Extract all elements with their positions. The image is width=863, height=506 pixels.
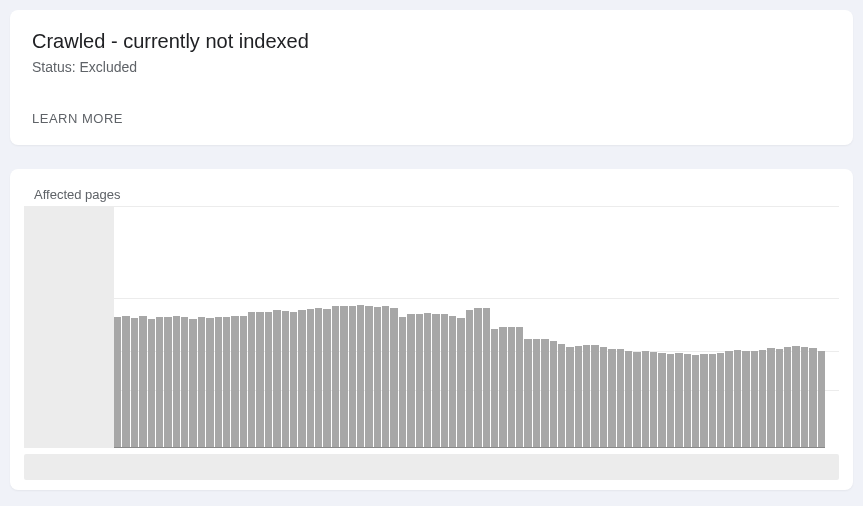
chart-bar[interactable] bbox=[449, 316, 456, 447]
chart-bar[interactable] bbox=[173, 316, 180, 447]
chart-bar[interactable] bbox=[650, 352, 657, 447]
chart-bar[interactable] bbox=[600, 347, 607, 447]
chart-bar[interactable] bbox=[114, 317, 121, 447]
chart-bar[interactable] bbox=[181, 317, 188, 447]
status-value: Excluded bbox=[79, 59, 137, 75]
chart-bar[interactable] bbox=[792, 346, 799, 447]
chart-bar[interactable] bbox=[776, 349, 783, 447]
chart-bar[interactable] bbox=[818, 351, 825, 447]
chart-bar[interactable] bbox=[298, 310, 305, 447]
chart-bar[interactable] bbox=[215, 317, 222, 447]
chart-bar[interactable] bbox=[524, 339, 531, 447]
chart-bar[interactable] bbox=[466, 310, 473, 447]
chart-bar[interactable] bbox=[583, 345, 590, 447]
chart-bar[interactable] bbox=[256, 312, 263, 447]
chart-bar[interactable] bbox=[332, 306, 339, 447]
chart-bar[interactable] bbox=[474, 308, 481, 447]
status-line: Status: Excluded bbox=[32, 59, 831, 75]
chart-bar[interactable] bbox=[516, 327, 523, 447]
chart-bar[interactable] bbox=[131, 318, 138, 447]
chart-bar[interactable] bbox=[156, 317, 163, 447]
chart-bar[interactable] bbox=[541, 339, 548, 447]
chart-bar[interactable] bbox=[457, 318, 464, 447]
chart-bar[interactable] bbox=[441, 314, 448, 447]
chart-bar[interactable] bbox=[558, 344, 565, 447]
chart-bar[interactable] bbox=[432, 314, 439, 447]
chart-bar[interactable] bbox=[734, 350, 741, 447]
chart-bar[interactable] bbox=[273, 310, 280, 447]
chart-bar[interactable] bbox=[282, 311, 289, 447]
chart-bar[interactable] bbox=[248, 312, 255, 447]
chart-bar[interactable] bbox=[399, 317, 406, 447]
chart-bar[interactable] bbox=[231, 316, 238, 447]
chart-bar[interactable] bbox=[591, 345, 598, 447]
chart-bar[interactable] bbox=[759, 350, 766, 447]
chart-bar[interactable] bbox=[382, 306, 389, 447]
affected-pages-chart-card: Affected pages bbox=[10, 169, 853, 490]
chart-bar[interactable] bbox=[223, 317, 230, 447]
chart-bar[interactable] bbox=[483, 308, 490, 447]
chart-bar[interactable] bbox=[240, 316, 247, 447]
chart-bar[interactable] bbox=[491, 329, 498, 447]
chart-bar[interactable] bbox=[801, 347, 808, 447]
chart-bar[interactable] bbox=[189, 319, 196, 447]
status-header-card: Crawled - currently not indexed Status: … bbox=[10, 10, 853, 145]
chart-bar[interactable] bbox=[575, 346, 582, 447]
chart-bar[interactable] bbox=[625, 351, 632, 447]
chart-bar[interactable] bbox=[357, 305, 364, 447]
chart-bar[interactable] bbox=[767, 348, 774, 447]
chart-title: Affected pages bbox=[34, 187, 839, 202]
chart-bar[interactable] bbox=[692, 355, 699, 447]
chart-bar[interactable] bbox=[307, 309, 314, 447]
status-label: Status: bbox=[32, 59, 76, 75]
chart-bar[interactable] bbox=[365, 306, 372, 447]
chart-scrub-bar[interactable] bbox=[24, 454, 839, 480]
chart-bar[interactable] bbox=[667, 354, 674, 448]
chart-bar[interactable] bbox=[809, 348, 816, 447]
chart-bar[interactable] bbox=[717, 353, 724, 447]
chart-bar[interactable] bbox=[633, 352, 640, 447]
chart-bars[interactable] bbox=[114, 206, 825, 448]
chart-bar[interactable] bbox=[290, 312, 297, 447]
chart-bar[interactable] bbox=[323, 309, 330, 447]
chart-bar[interactable] bbox=[642, 351, 649, 447]
chart-bar[interactable] bbox=[658, 353, 665, 447]
chart-bar[interactable] bbox=[340, 306, 347, 447]
chart-bar[interactable] bbox=[742, 351, 749, 447]
chart-bar[interactable] bbox=[416, 314, 423, 447]
chart-bar[interactable] bbox=[499, 327, 506, 448]
chart-plot-area bbox=[24, 206, 839, 448]
learn-more-link[interactable]: LEARN MORE bbox=[32, 111, 123, 126]
chart-bar[interactable] bbox=[784, 347, 791, 447]
chart-bar[interactable] bbox=[148, 319, 155, 447]
chart-bar[interactable] bbox=[709, 354, 716, 448]
chart-bar[interactable] bbox=[675, 353, 682, 447]
chart-bar[interactable] bbox=[315, 308, 322, 447]
chart-bar[interactable] bbox=[164, 317, 171, 447]
chart-bar[interactable] bbox=[608, 349, 615, 447]
chart-bar[interactable] bbox=[139, 316, 146, 447]
chart-bar[interactable] bbox=[390, 308, 397, 447]
chart-ghost-bar bbox=[24, 206, 114, 448]
chart-bar[interactable] bbox=[550, 341, 557, 447]
chart-bar[interactable] bbox=[265, 312, 272, 447]
chart-bar[interactable] bbox=[684, 354, 691, 448]
chart-bar[interactable] bbox=[751, 351, 758, 447]
chart-bar[interactable] bbox=[206, 318, 213, 447]
chart-bar[interactable] bbox=[617, 349, 624, 447]
chart-bar[interactable] bbox=[424, 313, 431, 447]
chart-bar[interactable] bbox=[407, 314, 414, 447]
chart-bar[interactable] bbox=[198, 317, 205, 447]
chart-bar[interactable] bbox=[725, 351, 732, 447]
chart-bar[interactable] bbox=[349, 306, 356, 447]
chart-bar[interactable] bbox=[533, 339, 540, 447]
chart-bar[interactable] bbox=[566, 347, 573, 447]
chart-bar[interactable] bbox=[508, 327, 515, 448]
page-title: Crawled - currently not indexed bbox=[32, 30, 831, 53]
chart-bar[interactable] bbox=[700, 354, 707, 448]
chart-bar[interactable] bbox=[374, 307, 381, 447]
chart-bar[interactable] bbox=[122, 316, 129, 447]
